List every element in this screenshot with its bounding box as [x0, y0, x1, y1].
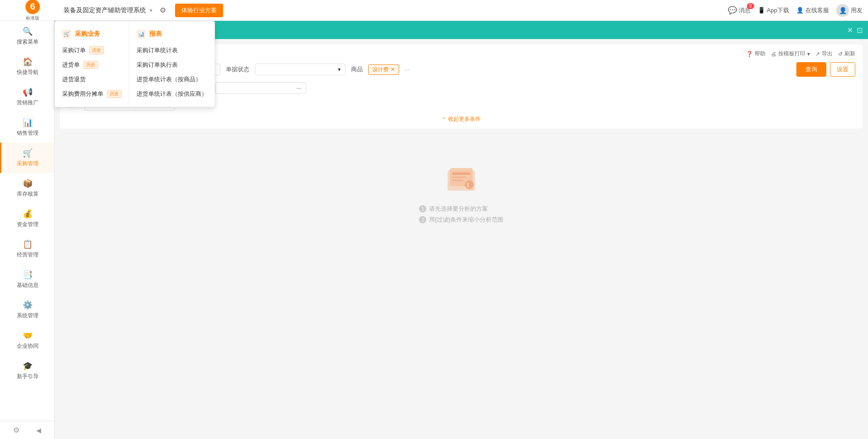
purchase-header-icon: 🛒	[62, 30, 71, 39]
marketing-icon: 📢	[23, 87, 33, 97]
sidebar-label-capital: 资金管理	[17, 221, 39, 228]
report-section-header: 📊 报表	[129, 27, 215, 43]
sidebar-item-guide[interactable]: 🎓 新手引导	[0, 355, 54, 386]
app-download-action[interactable]: 📱 App下载	[758, 6, 789, 15]
purchase-fee-history-badge: 历史	[107, 90, 122, 98]
dropdown-rpt-order-stat[interactable]: 采购订单统计表	[129, 43, 215, 58]
header-right: 💬 9 消息 📱 App下载 👤 在线客服 👤 用友	[728, 4, 863, 17]
report-col: 📊 报表 采购订单统计表 采购订单执行表 进货单统计表（按商品） 进货单统计表（…	[129, 21, 215, 107]
purchase-dropdown-menu: 🛒 采购业务 采购订单 历史 进货单 历史 进货退货 采购费用分摊单 历史 📊 …	[54, 21, 215, 107]
sidebar: 🔍 搜索菜单 🏠 快捷导航 📢 营销推广 📊 销售管理 🛒 采购管理 📦 库存核…	[0, 21, 54, 439]
refresh-icon: ↺	[838, 51, 843, 57]
home-icon: 🏠	[23, 57, 33, 67]
phone-icon: 📱	[758, 7, 765, 14]
help-action[interactable]: ❓ 帮助	[746, 50, 766, 58]
salesperson-chevron: ···	[297, 85, 301, 91]
sidebar-item-purchase[interactable]: 🛒 采购管理	[0, 143, 54, 173]
rpt-in-by-goods-label: 进货单统计表（按商品）	[137, 75, 201, 84]
sidebar-label-purchase: 采购管理	[17, 160, 39, 168]
empty-illustration: !	[443, 161, 479, 197]
purchase-order-label: 采购订单	[62, 46, 86, 54]
service-icon: 👤	[796, 7, 804, 14]
sidebar-collapse-icon[interactable]: ◀	[36, 427, 41, 434]
message-icon: 💬	[728, 6, 737, 15]
sidebar-settings-icon[interactable]: ⚙	[13, 426, 20, 434]
sidebar-item-capital[interactable]: 💰 资金管理	[0, 203, 54, 234]
user-avatar: 👤	[836, 4, 849, 17]
dropdown-rpt-in-by-goods[interactable]: 进货单统计表（按商品）	[129, 72, 215, 87]
sidebar-item-enterprise[interactable]: 🤝 企业协同	[0, 325, 54, 355]
sidebar-bottom: ⚙ ◀	[0, 421, 54, 439]
print-icon: 🖨	[771, 51, 776, 57]
online-service-label: 在线客服	[805, 6, 829, 15]
salesperson-select[interactable]: ···	[215, 82, 306, 94]
username-label: 用友	[851, 6, 863, 15]
enterprise-icon: 🤝	[23, 330, 33, 340]
sidebar-label-operations: 经营管理	[17, 251, 39, 259]
system-dropdown-arrow[interactable]: ▾	[150, 7, 152, 14]
operations-icon: 📋	[23, 239, 33, 249]
rpt-order-exec-label: 采购订单执行表	[137, 61, 178, 69]
sidebar-item-operations[interactable]: 📋 经营管理	[0, 234, 54, 264]
sidebar-label-quick-nav: 快捷导航	[17, 69, 39, 76]
sidebar-item-inventory[interactable]: 📦 库存核算	[0, 173, 54, 203]
empty-hint-2: 2 用[过滤]条件来缩小分析范围	[419, 216, 503, 224]
export-action[interactable]: ↗ 导出	[815, 50, 833, 58]
purchase-section-header: 🛒 采购业务	[55, 27, 129, 43]
dropdown-rpt-order-exec[interactable]: 采购订单执行表	[129, 58, 215, 72]
logo-subtext: 标准版	[26, 15, 39, 21]
sidebar-item-marketing[interactable]: 📢 营销推广	[0, 82, 54, 112]
collapse-btn[interactable]: ⌃ 收起更多条件	[67, 115, 855, 123]
sidebar-item-basic-info[interactable]: 📑 基础信息	[0, 264, 54, 295]
help-label: 帮助	[755, 50, 766, 58]
purchase-order-history-badge: 历史	[89, 46, 104, 54]
dropdown-purchase-in[interactable]: 进货单 历史	[55, 58, 129, 72]
collapse-label: 收起更多条件	[448, 115, 481, 123]
user-action[interactable]: 👤 用友	[836, 4, 863, 17]
system-settings-icon[interactable]: ⚙	[160, 6, 166, 15]
sidebar-label-inventory: 库存核算	[17, 190, 39, 198]
svg-rect-3	[452, 177, 466, 178]
report-header-icon: 📊	[137, 30, 146, 39]
svg-rect-2	[452, 173, 470, 175]
sidebar-item-quick-nav[interactable]: 🏠 快捷导航	[0, 51, 54, 82]
goods-more-btn[interactable]: ···	[405, 66, 410, 73]
dropdown-rpt-in-by-supplier[interactable]: 进货单统计表（按供应商）	[129, 87, 215, 101]
dropdown-purchase-order[interactable]: 采购订单 历史	[55, 43, 129, 58]
empty-hint-2-text: 用[过滤]条件来缩小分析范围	[429, 216, 503, 224]
industry-btn[interactable]: 体验行业方案	[175, 4, 223, 17]
query-button[interactable]: 查询	[796, 62, 826, 77]
online-service-action[interactable]: 👤 在线客服	[796, 6, 829, 15]
notification-action[interactable]: 💬 9 消息	[728, 6, 751, 15]
sidebar-label-guide: 新手引导	[17, 373, 39, 380]
dropdown-purchase-fee[interactable]: 采购费用分摊单 历史	[55, 87, 129, 101]
app-download-label: App下载	[767, 6, 789, 15]
sidebar-label-enterprise: 企业协同	[17, 342, 39, 350]
sidebar-item-system[interactable]: ⚙️ 系统管理	[0, 295, 54, 325]
dropdown-purchase-return[interactable]: 进货退货	[55, 72, 129, 87]
tab-window-close-icon[interactable]: ✕	[847, 26, 853, 35]
svg-rect-4	[452, 180, 463, 181]
sidebar-item-search[interactable]: 🔍 搜索菜单	[0, 21, 54, 51]
goods-filter-tag: 设计费 ✕	[368, 64, 399, 75]
purchase-fee-label: 采购费用分摊单	[62, 90, 103, 98]
purchase-icon: 🛒	[23, 148, 33, 158]
print-template-action[interactable]: 🖨 按模板打印 ▾	[771, 50, 810, 58]
setting-button[interactable]: 设置	[830, 62, 855, 77]
empty-hint-1-text: 请先选择要分析的方案	[429, 205, 488, 213]
tab-window-maximize-icon[interactable]: ⊡	[857, 26, 863, 35]
guide-icon: 🎓	[23, 361, 33, 371]
purchase-return-label: 进货退货	[62, 75, 86, 84]
export-label: 导出	[822, 50, 833, 58]
bill-status-select[interactable]: ▾	[255, 64, 346, 75]
sidebar-label-marketing: 营销推广	[17, 99, 39, 107]
system-icon: ⚙️	[23, 300, 33, 310]
search-icon: 🔍	[23, 26, 33, 36]
goods-tag-close-icon[interactable]: ✕	[390, 66, 395, 73]
collapse-up-icon: ⌃	[442, 116, 446, 123]
refresh-action[interactable]: ↺ 刷新	[838, 50, 855, 58]
sidebar-item-sales[interactable]: 📊 销售管理	[0, 112, 54, 143]
capital-icon: 💰	[23, 209, 33, 219]
purchase-in-label: 进货单	[62, 61, 80, 69]
report-section-title: 报表	[149, 30, 162, 38]
